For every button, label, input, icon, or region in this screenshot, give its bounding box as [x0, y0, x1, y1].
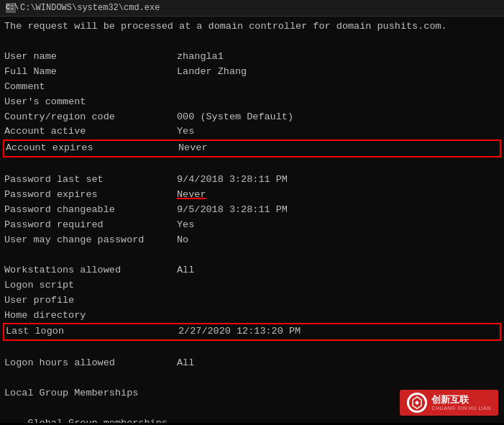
account-expires-row: Account expiresNever [3, 140, 501, 157]
blank-1 [4, 35, 500, 50]
watermark: 创新互联 CHUANG XIN HU LIAN [400, 390, 498, 416]
home-directory-row: Home directory [4, 309, 500, 324]
watermark-text: 创新互联 CHUANG XIN HU LIAN [431, 394, 491, 411]
pwd-last-set-row: Password last set9/4/2018 3:28:11 PM [4, 173, 500, 188]
watermark-logo [407, 393, 427, 413]
user-may-change-row: User may change passwordNo [4, 233, 500, 248]
cmd-body: The request will be processed at a domai… [0, 17, 504, 423]
user-profile-row: User profile [4, 293, 500, 309]
blank-5 [4, 371, 500, 386]
pwd-changeable-row: Password changeable9/5/2018 3:28:11 PM [4, 203, 500, 218]
fullname-row: Full NameLander Zhang [4, 65, 500, 80]
pwd-expires-row: Password expiresNever [4, 188, 500, 203]
account-active-row: Account activeYes [4, 124, 500, 140]
logon-hours-row: Logon hours allowedAll [4, 356, 500, 371]
blank-3 [4, 248, 500, 263]
window-title: C:\WINDOWS\system32\cmd.exe [20, 3, 160, 13]
request-line: The request will be processed at a domai… [4, 19, 500, 35]
country-row: Country/region code000 (System Default) [4, 110, 500, 125]
pwd-required-row: Password requiredYes [4, 218, 500, 233]
last-logon-row: Last logon2/27/2020 12:13:20 PM [3, 323, 501, 341]
cmd-icon: C:\ [6, 3, 16, 13]
blank-4 [4, 341, 500, 356]
logon-script-row: Logon script [4, 278, 500, 293]
users-comment-row: User's comment [4, 95, 500, 110]
title-bar: C:\ C:\WINDOWS\system32\cmd.exe [0, 0, 504, 17]
comment-row: Comment [4, 80, 500, 95]
blank-2 [4, 157, 500, 173]
workstations-row: Workstations allowedAll [4, 263, 500, 278]
username-row: User namezhangla1 [4, 50, 500, 65]
